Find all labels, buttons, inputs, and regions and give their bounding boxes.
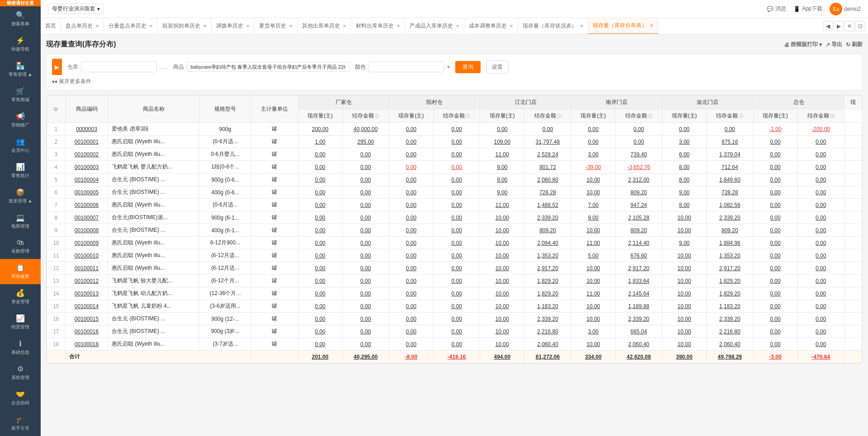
cell-mc-amount[interactable]: 0.00	[433, 300, 480, 313]
cell-cj-stock[interactable]: 0.00	[298, 325, 342, 338]
cell-na-amount[interactable]: -3,652.76	[615, 161, 662, 173]
cell-na-stock[interactable]: 5.00	[571, 249, 615, 262]
cell-jb-amount[interactable]: 2,339.20	[524, 211, 571, 224]
cell-jb-amount[interactable]: 2,094.40	[524, 237, 571, 249]
cell-na-stock[interactable]: 10.00	[571, 173, 615, 186]
cell-na-amount[interactable]: 1,189.88	[615, 300, 662, 313]
cell-cj-amount[interactable]: 0.00	[342, 199, 389, 211]
cell-cj-amount[interactable]: 0.00	[342, 237, 389, 249]
cell-jb-amount[interactable]: 1,829.20	[524, 287, 571, 300]
cell-na-amount[interactable]: 2,114.40	[615, 237, 662, 249]
cell-yb-amount[interactable]: 2,917.20	[707, 262, 753, 275]
cell-jb-stock[interactable]: 10.00	[480, 237, 524, 249]
cell-zc-amount[interactable]: 0.00	[797, 148, 844, 161]
cell-zc-amount[interactable]: 0.00	[797, 338, 844, 351]
tabs-close-btn[interactable]: ✕	[844, 21, 854, 31]
tab-close-product-in[interactable]: ✕	[456, 23, 459, 28]
cell-jb-stock[interactable]: 10.00	[480, 211, 524, 224]
cell-zc-stock[interactable]: 0.00	[753, 237, 797, 249]
tab-other-out[interactable]: 其他出库单历史✕	[297, 18, 351, 34]
cell-na-stock[interactable]: 0.00	[571, 123, 615, 136]
cell-jb-stock[interactable]: 10.00	[480, 249, 524, 262]
cell-yb-stock[interactable]: 10.00	[662, 300, 707, 313]
cell-jb-stock[interactable]: 10.00	[480, 325, 524, 338]
cell-jb-amount[interactable]: 0.00	[524, 123, 571, 136]
cell-code[interactable]: 00100007	[65, 211, 108, 224]
cell-zc-amount[interactable]: 0.00	[797, 173, 844, 186]
cell-na-stock[interactable]: 7.00	[571, 199, 615, 211]
cell-yb-amount[interactable]: 0.00	[707, 123, 753, 136]
cell-code[interactable]: 00100004	[65, 173, 108, 186]
cell-zc-stock[interactable]: 0.00	[753, 186, 797, 199]
tab-segment-inventory[interactable]: 分量盘点单历史✕	[104, 18, 158, 34]
tab-product-in[interactable]: 产成品入库单历史✕	[405, 18, 464, 34]
tab-close-stock-status[interactable]: ✕	[580, 23, 583, 28]
cell-cj-amount[interactable]: 0.00	[342, 262, 389, 275]
cell-na-amount[interactable]: 0.00	[615, 136, 662, 148]
cell-zc-stock[interactable]: 0.00	[753, 224, 797, 237]
cell-zc-amount[interactable]: 0.00	[797, 325, 844, 338]
cell-na-amount[interactable]: 2,339.20	[615, 313, 662, 325]
cell-na-stock[interactable]: 0.00	[571, 136, 615, 148]
cell-code[interactable]: 00100013	[65, 287, 108, 300]
cell-jb-amount[interactable]: 2,216.80	[524, 325, 571, 338]
cell-yb-stock[interactable]: 9.00	[662, 237, 707, 249]
sidebar-item-procurement[interactable]: 🛍采购管理	[0, 234, 41, 259]
cell-jb-stock[interactable]: 9.00	[480, 161, 524, 173]
sidebar-item-marketing[interactable]: 📢营销推广	[0, 108, 41, 133]
cell-yb-amount[interactable]: 2,339.20	[707, 211, 753, 224]
cell-yb-stock[interactable]: 10.00	[662, 249, 707, 262]
cell-zc-stock[interactable]: 0.00	[753, 211, 797, 224]
cell-zc-amount[interactable]: -200.00	[797, 123, 844, 136]
cell-code[interactable]: 00100003	[65, 161, 108, 173]
cell-jb-stock[interactable]: 10.00	[480, 313, 524, 325]
cell-jb-stock[interactable]: 9.00	[480, 173, 524, 186]
cell-zc-stock[interactable]: 0.00	[753, 161, 797, 173]
cell-code[interactable]: 00100010	[65, 249, 108, 262]
cell-yb-amount[interactable]: 1,183.20	[707, 300, 753, 313]
cell-zc-stock[interactable]: 0.00	[753, 249, 797, 262]
cell-cj-stock[interactable]: 0.00	[298, 287, 342, 300]
cell-zc-amount[interactable]: 0.00	[797, 275, 844, 287]
cell-yb-amount[interactable]: 728.28	[707, 186, 753, 199]
export-btn[interactable]: ↗ 导出	[826, 41, 842, 48]
cell-jb-stock[interactable]: 10.00	[480, 338, 524, 351]
cell-na-amount[interactable]: 676.60	[615, 249, 662, 262]
cell-code[interactable]: 00100012	[65, 275, 108, 287]
cell-jb-stock[interactable]: 10.00	[480, 224, 524, 237]
color-input[interactable]	[368, 61, 444, 72]
cell-zc-stock[interactable]: 0.00	[753, 325, 797, 338]
cell-zc-stock[interactable]: 0.00	[753, 313, 797, 325]
product-input[interactable]	[187, 62, 349, 72]
cell-yb-stock[interactable]: 8.00	[662, 199, 707, 211]
cell-cj-stock[interactable]: 0.00	[298, 161, 342, 173]
cell-mc-amount[interactable]: 0.00	[433, 249, 480, 262]
cell-yb-amount[interactable]: 1,829.20	[707, 275, 753, 287]
cell-cj-amount[interactable]: 0.00	[342, 173, 389, 186]
cell-mc-stock[interactable]: 0.00	[389, 211, 433, 224]
cell-mc-amount[interactable]: 0.00	[433, 161, 480, 173]
cell-cj-amount[interactable]: 40,000.00	[342, 123, 389, 136]
cell-cj-stock[interactable]: 0.00	[298, 338, 342, 351]
sidebar-item-wholesale[interactable]: 📦批发管理 ▲	[0, 183, 41, 209]
cell-na-amount[interactable]: 739.40	[615, 148, 662, 161]
cell-yb-stock[interactable]: 10.00	[662, 224, 707, 237]
cell-cj-stock[interactable]: 200.00	[298, 123, 342, 136]
cell-zc-amount[interactable]: 0.00	[797, 199, 844, 211]
cell-cj-amount[interactable]: 0.00	[342, 287, 389, 300]
cell-yb-stock[interactable]: 10.00	[662, 287, 707, 300]
cell-mc-stock[interactable]: 0.00	[389, 123, 433, 136]
tabs-expand-btn[interactable]: ⊡	[855, 21, 865, 31]
cell-code[interactable]: 00100011	[65, 262, 108, 275]
cell-jb-stock[interactable]: 10.00	[480, 287, 524, 300]
cell-jb-stock[interactable]: 10.00	[480, 262, 524, 275]
cell-zc-amount[interactable]: 0.00	[797, 313, 844, 325]
cell-mc-stock[interactable]: 0.00	[389, 249, 433, 262]
cell-jb-amount[interactable]: 1,353.20	[524, 249, 571, 262]
cell-na-amount[interactable]: 2,312.00	[615, 173, 662, 186]
cell-cj-stock[interactable]: 0.00	[298, 224, 342, 237]
cell-yb-amount[interactable]: 1,849.60	[707, 173, 753, 186]
tab-material-out[interactable]: 材料出库单历史✕	[351, 18, 405, 34]
cell-yb-stock[interactable]: 8.00	[662, 161, 707, 173]
cell-yb-amount[interactable]: 2,060.40	[707, 338, 753, 351]
